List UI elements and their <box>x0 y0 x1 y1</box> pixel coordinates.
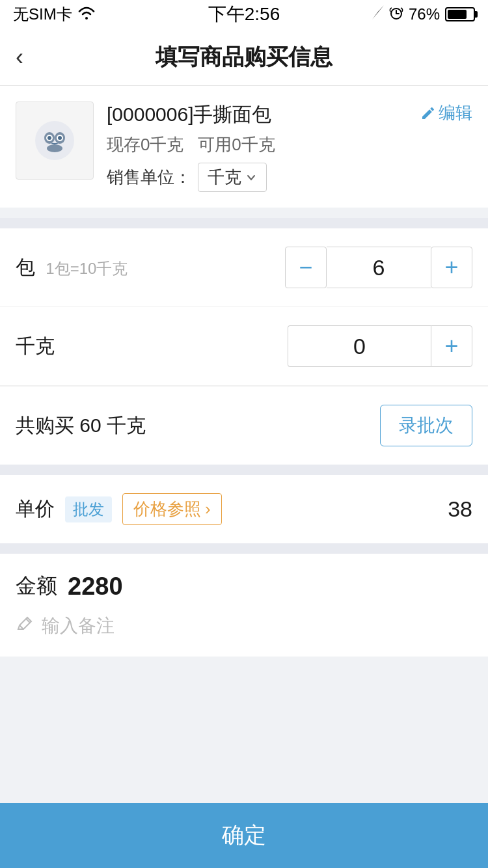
note-placeholder: 输入备注 <box>42 614 115 638</box>
bao-plus-button[interactable]: + <box>431 247 472 288</box>
summary-text: 共购买 60 千克 <box>16 413 146 439</box>
pencil-icon <box>16 615 34 638</box>
section-divider-2 <box>0 465 488 475</box>
carrier-text: 无SIM卡 <box>13 4 72 25</box>
svg-marker-0 <box>372 5 384 20</box>
record-batch-button[interactable]: 录批次 <box>380 405 472 446</box>
note-row[interactable]: 输入备注 <box>16 614 472 638</box>
bao-label: 包 1包=10千克 <box>16 254 285 281</box>
price-value: 38 <box>448 496 472 522</box>
bao-stepper: − + <box>285 247 472 288</box>
price-row: 单价 批发 价格参照 › 38 <box>0 475 488 543</box>
price-type-badge: 批发 <box>65 496 112 522</box>
edit-button[interactable]: 编辑 <box>420 102 472 124</box>
unit-selector[interactable]: 千克 <box>198 163 267 192</box>
kg-stepper: + <box>288 325 472 367</box>
product-name: [0000006]手撕面包 <box>107 102 271 128</box>
status-left: 无SIM卡 <box>13 4 96 25</box>
input-section: 包 1包=10千克 − + 千克 + <box>0 228 488 386</box>
amount-value: 2280 <box>68 573 123 601</box>
bao-minus-button[interactable]: − <box>285 247 327 288</box>
svg-point-4 <box>35 121 74 160</box>
product-info: [0000006]手撕面包 编辑 现存0千克 可用0千克 销售单位： 千克 <box>107 102 472 192</box>
product-unit-row: 销售单位： 千克 <box>107 163 472 192</box>
alarm-icon <box>389 5 403 23</box>
kg-quantity-row: 千克 + <box>0 307 488 386</box>
gps-icon <box>372 5 384 23</box>
bao-quantity-input[interactable] <box>327 247 431 288</box>
product-card: [0000006]手撕面包 编辑 现存0千克 可用0千克 销售单位： 千克 <box>0 86 488 208</box>
time-display: 下午2:56 <box>208 2 280 27</box>
section-divider-3 <box>0 543 488 554</box>
product-stock: 现存0千克 可用0千克 <box>107 133 472 156</box>
summary-row: 共购买 60 千克 录批次 <box>0 386 488 465</box>
product-thumbnail <box>16 102 94 180</box>
page-title: 填写商品购买信息 <box>156 42 332 72</box>
svg-point-9 <box>47 136 51 140</box>
status-bar: 无SIM卡 下午2:56 76% <box>0 0 488 29</box>
back-button[interactable]: ‹ <box>16 44 23 71</box>
chevron-right-icon: › <box>205 499 211 519</box>
kg-quantity-input[interactable] <box>288 325 431 367</box>
battery-icon <box>445 7 475 21</box>
status-right: 76% <box>372 5 475 23</box>
price-label: 单价 <box>16 496 55 522</box>
nav-bar: ‹ 填写商品购买信息 <box>0 29 488 86</box>
amount-card: 金额 2280 输入备注 <box>0 554 488 657</box>
kg-plus-button[interactable]: + <box>431 325 472 367</box>
kg-label: 千克 <box>16 333 288 360</box>
amount-label: 金额 <box>16 572 57 601</box>
section-divider-1 <box>0 218 488 228</box>
amount-row: 金额 2280 <box>16 572 472 601</box>
price-reference-button[interactable]: 价格参照 › <box>122 493 222 525</box>
bao-sub-label: 1包=10千克 <box>46 260 128 277</box>
bao-quantity-row: 包 1包=10千克 − + <box>0 228 488 307</box>
svg-point-11 <box>47 144 62 152</box>
battery-pct: 76% <box>409 5 440 23</box>
confirm-button[interactable]: 确定 <box>0 803 488 868</box>
wifi-icon <box>77 5 96 23</box>
svg-point-10 <box>58 136 62 140</box>
